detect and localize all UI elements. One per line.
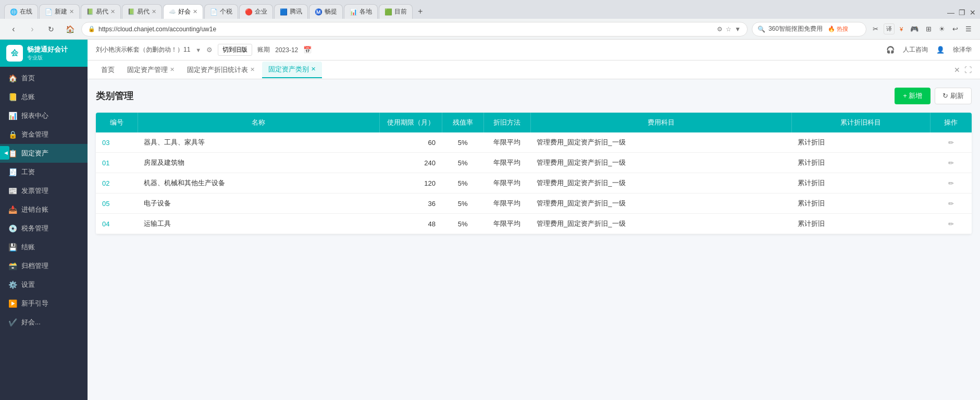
sidebar-item-funds[interactable]: 🔒 资金管理 [0, 125, 88, 144]
translate-icon[interactable]: 译 [884, 23, 895, 34]
row-edit[interactable]: ✏ [930, 193, 972, 214]
sidebar-archive-label: 归档管理 [21, 261, 48, 271]
close-tab-assets-mgmt[interactable]: ✕ [170, 66, 175, 73]
add-button[interactable]: + 新增 [895, 88, 931, 104]
tab-yidai2[interactable]: 📗易代✕ [122, 4, 162, 19]
tab-muqian[interactable]: 🟩目前 [379, 4, 413, 19]
archive-icon: 🗃️ [8, 262, 17, 270]
back-button[interactable]: ‹ [6, 22, 21, 37]
sidebar-home-label: 首页 [21, 74, 35, 83]
row-code: 02 [96, 173, 138, 193]
row-edit[interactable]: ✏ [930, 214, 972, 234]
menu-icon[interactable]: ☰ [963, 24, 974, 34]
row-edit[interactable]: ✏ [930, 132, 972, 153]
period-value: 2023-12 [275, 46, 298, 54]
page-tab-category[interactable]: 固定资产类别 ✕ [262, 62, 322, 78]
row-accumulated: 累计折旧 [791, 173, 930, 193]
site-settings-icon[interactable]: ⚙ [717, 26, 723, 33]
consult-label[interactable]: 人工咨询 [903, 45, 928, 54]
close-window-icon[interactable]: ✕ [954, 66, 960, 74]
row-accumulated: 累计折旧 [791, 132, 930, 153]
cut-icon[interactable]: ✂ [871, 24, 880, 34]
sidebar-item-haohui[interactable]: ✔️ 好会... [0, 313, 88, 332]
sidebar-item-salary[interactable]: 🧾 工资 [0, 163, 88, 181]
sidebar-invoices-label: 发票管理 [21, 186, 48, 196]
page-tab-assets-mgmt-label: 固定资产管理 [127, 65, 168, 75]
sidebar-item-home[interactable]: 🏠 首页 [0, 69, 88, 88]
close-button[interactable]: ✕ [970, 8, 976, 17]
tab-haohui[interactable]: ☁️好会✕ [163, 4, 203, 19]
left-edge-panel: ◀ [0, 146, 9, 160]
row-expense: 管理费用_固定资产折旧_一级 [530, 173, 791, 193]
account-expand-icon[interactable]: ▼ [195, 47, 201, 53]
user-avatar-icon[interactable]: 👤 [936, 46, 945, 54]
sidebar-item-ledger[interactable]: 📒 总账 [0, 88, 88, 106]
page-tab-assets-mgmt[interactable]: 固定资产管理 ✕ [122, 62, 180, 78]
row-expense: 管理费用_固定资产折旧_一级 [530, 214, 791, 234]
expand-icon[interactable]: ▼ [735, 26, 741, 33]
reload-button[interactable]: ↻ [44, 22, 58, 37]
home-button[interactable]: 🏠 [63, 22, 77, 37]
page-tab-depreciation-table[interactable]: 固定资产折旧统计表 ✕ [182, 62, 260, 78]
sun-icon[interactable]: ☀ [937, 24, 947, 34]
game-icon[interactable]: 🎮 [908, 24, 921, 34]
sidebar-item-assets[interactable]: 📋 固定资产 [0, 144, 88, 163]
tab-getax[interactable]: 📄个税 [204, 4, 238, 19]
new-tab-button[interactable]: + [414, 4, 427, 19]
grid-icon[interactable]: ⊞ [924, 24, 934, 34]
tab-enterprise[interactable]: 🔴企业 [239, 4, 273, 19]
col-expense: 费用科目 [530, 113, 791, 132]
sidebar-item-archive[interactable]: 🗃️ 归档管理 [0, 257, 88, 275]
sidebar-item-invoices[interactable]: 📰 发票管理 [0, 181, 88, 200]
bookmark-icon[interactable]: ☆ [726, 26, 731, 33]
logo-version: 专业版 [27, 54, 68, 62]
consult-icon[interactable]: 🎧 [886, 46, 895, 54]
tab-gedi[interactable]: 📊各地 [344, 4, 378, 19]
top-bar-left: 刘小艳演示帐套（勿删勿动！）11 ▼ ⚙ 切到旧版 账期 2023-12 📅 [96, 44, 312, 56]
page-tab-home[interactable]: 首页 [96, 62, 120, 78]
category-table: 编号 名称 使用期限（月） 残值率 折旧方法 费用科目 累计折旧科目 操作 03… [96, 113, 972, 234]
sidebar-item-settings[interactable]: ⚙️ 设置 [0, 275, 88, 294]
search-bar[interactable]: 🔍 360智能抠图免费用 🔥 热搜 [752, 22, 866, 37]
tax-icon: 💿 [8, 224, 17, 233]
close-tab-depreciation[interactable]: ✕ [250, 66, 255, 73]
row-edit[interactable]: ✏ [930, 173, 972, 193]
col-action: 操作 [930, 113, 972, 132]
switch-version-button[interactable]: 切到旧版 [218, 44, 252, 56]
address-text: https://cloud.chanjet.com/accounting/uw1… [98, 26, 714, 33]
table-row: 01 房屋及建筑物 240 5% 年限平均 管理费用_固定资产折旧_一级 累计折… [96, 153, 972, 173]
address-bar[interactable]: 🔒 https://cloud.chanjet.com/accounting/u… [81, 22, 748, 37]
sidebar-item-reports[interactable]: 📊 报表中心 [0, 106, 88, 125]
col-method: 折旧方法 [483, 113, 530, 132]
tab-yidai1[interactable]: 📗易代✕ [81, 4, 121, 19]
tab-changtui[interactable]: Ⓜ️畅提 [309, 4, 343, 19]
table-body: 03 器具、工具、家具等 60 5% 年限平均 管理费用_固定资产折旧_一级 累… [96, 132, 972, 234]
tab-zaix[interactable]: 🌐在线 [4, 4, 38, 19]
row-residual: 5% [442, 193, 483, 214]
edge-btn-1[interactable]: ◀ [0, 146, 9, 160]
ledger-icon: 📒 [8, 93, 17, 101]
expand-window-icon[interactable]: ⛶ [964, 66, 972, 74]
sidebar-item-inout[interactable]: 📥 进销台账 [0, 200, 88, 219]
browser-chrome: 🌐在线 📄新建✕ 📗易代✕ 📗易代✕ ☁️好会✕ 📄个税 🔴企业 🟦腾讯 Ⓜ️畅… [0, 0, 980, 19]
account-settings-icon[interactable]: ⚙ [206, 46, 213, 54]
close-tab-category[interactable]: ✕ [311, 66, 316, 72]
sidebar-settings-label: 设置 [21, 280, 35, 289]
row-code: 01 [96, 153, 138, 173]
forward-button[interactable]: › [25, 22, 40, 37]
main-content: 刘小艳演示帐套（勿删勿动！）11 ▼ ⚙ 切到旧版 账期 2023-12 📅 🎧… [88, 40, 980, 400]
guide-icon: ▶️ [8, 299, 17, 308]
tab-tencent[interactable]: 🟦腾讯 [274, 4, 308, 19]
refresh-button[interactable]: ↻ 刷新 [935, 88, 972, 104]
sidebar-item-tax[interactable]: 💿 税务管理 [0, 219, 88, 238]
calendar-icon[interactable]: 📅 [303, 46, 312, 54]
undo-icon[interactable]: ↩ [950, 24, 960, 34]
minimize-button[interactable]: — [947, 8, 954, 17]
maximize-button[interactable]: ❐ [959, 8, 965, 17]
sidebar-item-settle[interactable]: 💾 结账 [0, 238, 88, 257]
sidebar-item-guide[interactable]: ▶️ 新手引导 [0, 294, 88, 313]
salary-icon: 🧾 [8, 168, 17, 176]
row-edit[interactable]: ✏ [930, 153, 972, 173]
yuan-icon[interactable]: ¥ [898, 25, 905, 33]
tab-new[interactable]: 📄新建✕ [39, 4, 80, 19]
